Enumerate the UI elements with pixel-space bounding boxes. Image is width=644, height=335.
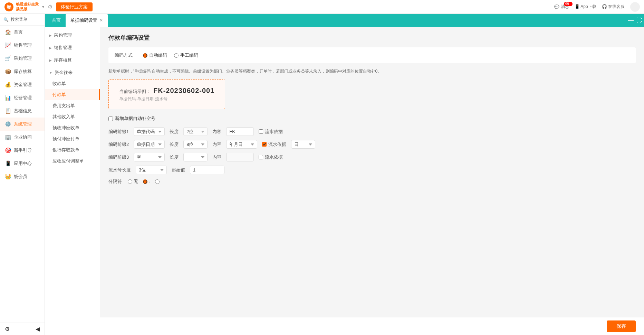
waterfall2-select[interactable]: 日 月 年 [291,140,315,149]
length2-select[interactable]: 8位 [183,140,208,149]
sep-dash-label[interactable]: — [155,179,165,184]
prefix3-select[interactable]: 空 单据代码 单据日期 [134,153,165,161]
basic-icon: 📋 [5,108,11,114]
sidebar: 🔍 搜索菜单 🏠 首页 📈 销售管理 🛒 采购管理 📦 库存核算 💰 资金管理 … [0,14,45,335]
sub-menu-purchase[interactable]: ▶ 采购管理 [45,30,100,41]
sidebar-item-guide[interactable]: 🎯 新手引导 [0,144,45,157]
prefix1-label: 编码前缀1 [108,129,129,135]
code-preview-box: 当前编码示例： FK-20230602-001 单据代码-单据日期-流水号 [108,80,225,109]
arrow-right-icon-2: ▶ [49,46,52,50]
waterfall2-checkbox[interactable] [262,142,267,147]
length3-select[interactable] [183,153,208,161]
sidebar-item-basic[interactable]: 📋 基础信息 [0,104,45,118]
serial-length-select[interactable]: 3位 4位 5位 [136,166,167,174]
waterfall2-check-label[interactable]: 流水依据 [262,141,286,148]
sidebar-search[interactable]: 🔍 搜索菜单 [0,14,45,26]
tab-maximize-icon[interactable]: ⛶ [636,17,642,24]
sep-none-radio[interactable] [128,179,132,184]
message-btn[interactable]: 💬 消息 99+ [554,4,569,10]
manual-code-radio-label[interactable]: 手工编码 [174,52,198,58]
auto-fill-checkbox[interactable] [108,117,113,121]
auto-code-radio-label[interactable]: 自动编码 [143,52,167,58]
sub-menu-item-other-income[interactable]: 其他收入单 [45,111,100,122]
prefix1-select[interactable]: 单据代码 [134,127,165,136]
save-button[interactable]: 保存 [607,320,636,332]
waterfall3-checkbox[interactable] [259,155,263,159]
sub-menu-item-prepay-payable[interactable]: 预付冲应付单 [45,133,100,145]
sub-menu-item-bank-deposit[interactable]: 银行存取款单 [45,145,100,156]
length2-label: 长度 [170,141,179,148]
tab-minimize-icon[interactable]: — [628,17,634,24]
sidebar-item-inventory[interactable]: 📦 库存核算 [0,65,45,78]
gear-icon[interactable]: ⚙ [48,3,52,10]
sidebar-bottom: ⚙ ◀ [0,323,45,335]
waterfall3-check-label[interactable]: 流水依据 [259,154,283,160]
prefix2-select[interactable]: 单据日期 [134,140,165,149]
sub-menu-capital[interactable]: ▼ 资金往来 [45,67,100,78]
sep-dot-label[interactable]: · [143,179,150,184]
sub-menu-inventory[interactable]: ▶ 库存核算 [45,55,100,66]
sidebar-item-sales[interactable]: 📈 销售管理 [0,39,45,52]
tab-encoding-settings[interactable]: 单据编码设置 ✕ [66,14,108,27]
experience-btn[interactable]: 体验行业方案 [56,2,93,11]
header-left: 畅 畅通道好生意 插品版 ▾ ⚙ 体验行业方案 [4,2,93,12]
sub-menu-group-purchase: ▶ 采购管理 [45,30,100,41]
system-icon: ⚙️ [5,121,11,127]
sep-dash-radio[interactable] [155,179,160,184]
guide-icon: 🎯 [5,147,11,153]
sidebar-item-enterprise[interactable]: 🏢 企业协同 [0,131,45,144]
length1-select[interactable]: 2位 [183,127,208,136]
arrow-right-icon-3: ▶ [49,58,52,62]
separator-label: 分隔符 [108,178,123,185]
content2-label: 内容 [212,141,221,148]
sidebar-item-finance[interactable]: 💰 资金管理 [0,78,45,91]
inventory-icon: 📦 [5,68,11,75]
code-preview-sub: 单据代码-单据日期-流水号 [119,96,214,102]
sep-none-label[interactable]: 无 [128,178,138,185]
waterfall1-checkbox[interactable] [259,129,263,134]
online-service-btn[interactable]: 🎧 在线客服 [602,4,625,10]
content1-input[interactable] [226,127,254,136]
sidebar-item-operation[interactable]: 📊 经营管理 [0,91,45,104]
sidebar-item-purchase[interactable]: 🛒 采购管理 [0,52,45,65]
main-content: 付款单编码设置 编码方式 自动编码 手工编码 [100,27,644,317]
sidebar-settings-icon[interactable]: ⚙ [5,326,10,332]
serial-length-label: 流水号长度 [108,167,131,173]
sidebar-item-system[interactable]: ⚙️ 系统管理 [0,118,45,131]
download-icon: 📱 [575,4,580,9]
auto-code-radio[interactable] [143,53,147,58]
sub-menu-item-ar-ap-adjust[interactable]: 应收应付调整单 [45,156,100,167]
content2-select[interactable]: 年月日 年月 年 [226,140,257,149]
sidebar-item-member[interactable]: 👑 畅会员 [0,170,45,183]
form-row-prefix2: 编码前缀2 单据日期 长度 8位 内容 年月日 年月 [108,140,636,149]
code-preview-value: FK-20230602-001 [153,87,214,95]
tab-home[interactable]: 首页 [47,14,66,27]
sub-menu-item-receipt[interactable]: 收款单 [45,78,100,89]
logo: 畅 畅通道好生意 插品版 [4,2,39,12]
content3-input[interactable] [226,153,254,161]
sub-menu-item-payment[interactable]: 付款单 [45,89,100,100]
sidebar-item-appcenter[interactable]: 📱 应用中心 [0,157,45,170]
sub-menu-sales[interactable]: ▶ 销售管理 [45,42,100,53]
start-value-input[interactable] [190,166,224,174]
sidebar-item-home[interactable]: 🏠 首页 [0,26,45,39]
user-avatar[interactable] [630,2,640,12]
app-download-btn[interactable]: 📱 App下载 [575,4,596,10]
sub-menu-group-sales: ▶ 销售管理 [45,42,100,53]
sub-menu-item-prepay-offset[interactable]: 预收冲应收单 [45,122,100,133]
sub-menu-item-expense[interactable]: 费用支出单 [45,100,100,111]
member-icon: 👑 [5,174,11,180]
length1-label: 长度 [170,129,179,135]
auto-fill-row: 新增单据自动补空号 [108,115,636,122]
arrow-right-icon: ▶ [49,34,52,37]
sidebar-collapse-icon[interactable]: ◀ [36,326,40,332]
sep-dot-radio[interactable] [143,179,147,184]
start-value-label: 起始值 [172,167,185,173]
logo-icon: 畅 [4,2,14,12]
tab-close-icon[interactable]: ✕ [99,18,103,23]
waterfall1-check-label[interactable]: 流水依据 [259,129,283,135]
manual-code-radio[interactable] [174,53,179,58]
content1-label: 内容 [212,129,221,135]
header-dropdown[interactable]: ▾ [42,4,44,9]
service-icon: 🎧 [602,4,607,9]
